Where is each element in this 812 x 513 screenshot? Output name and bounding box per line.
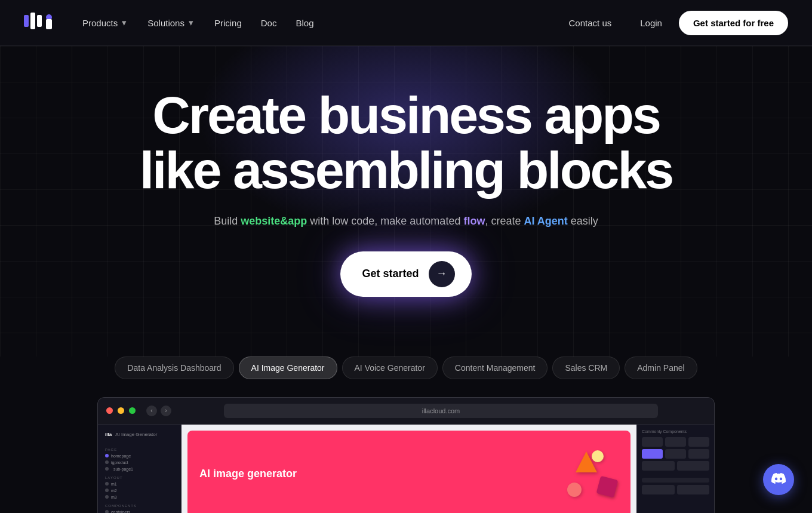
preview-canvas: AI image generator Text to image Image t… — [182, 425, 636, 513]
navbar: Products ▾ Solutions ▾ Pricing Doc Blog … — [0, 0, 812, 46]
panel-block — [642, 461, 675, 471]
svg-rect-1 — [30, 13, 35, 29]
tree-product[interactable]: igproduct — [103, 459, 176, 466]
preview-window: ‹ › illacloud.com illa AI Image Generato… — [97, 397, 715, 513]
canvas-card: AI image generator — [187, 431, 630, 513]
back-icon[interactable]: ‹ — [146, 406, 157, 416]
hero-section: Create business apps like assembling blo… — [0, 46, 812, 357]
preview-section: ‹ › illacloud.com illa AI Image Generato… — [0, 397, 812, 513]
logo-text — [24, 13, 55, 33]
svg-rect-0 — [24, 15, 29, 27]
url-bar[interactable]: illacloud.com — [224, 404, 658, 418]
panel-row-3 — [642, 461, 709, 471]
panel-block — [665, 449, 686, 459]
panel-row-2 — [642, 449, 709, 459]
chevron-down-icon: ▾ — [187, 19, 195, 27]
nav-doc[interactable]: Doc — [253, 13, 285, 33]
preview-body: illa AI Image Generator PAGE homepage ig… — [98, 425, 714, 513]
demo-tabs: Data Analysis Dashboard AI Image Generat… — [0, 357, 812, 397]
tab-data-analysis[interactable]: Data Analysis Dashboard — [115, 357, 233, 379]
preview-sidebar: illa AI Image Generator PAGE homepage ig… — [98, 425, 182, 513]
nav-blog[interactable]: Blog — [287, 13, 322, 33]
tab-ai-image[interactable]: AI Image Generator — [239, 357, 337, 379]
get-started-hero-button[interactable]: Get started → — [340, 251, 471, 297]
tab-sales-crm[interactable]: Sales CRM — [552, 357, 620, 379]
panel-block — [642, 485, 675, 494]
panel-divider — [642, 478, 709, 483]
nav-solutions[interactable]: Solutions ▾ — [139, 13, 204, 33]
get-started-nav-button[interactable]: Get started for free — [679, 11, 788, 35]
panel-block — [688, 437, 709, 447]
nav-left: Products ▾ Solutions ▾ Pricing Doc Blog — [24, 13, 322, 33]
forward-icon[interactable]: › — [161, 406, 171, 416]
tree-homepage[interactable]: homepage — [103, 453, 176, 459]
logo[interactable] — [24, 13, 55, 33]
tab-content-mgmt[interactable]: Content Management — [442, 357, 548, 379]
panel-block — [677, 461, 710, 471]
highlight-website: website&app — [241, 215, 307, 227]
tab-admin-panel[interactable]: Admin Panel — [625, 357, 697, 379]
login-button[interactable]: Login — [628, 13, 674, 33]
traffic-light-red — [106, 407, 113, 414]
discord-button[interactable] — [763, 464, 794, 495]
nav-pricing[interactable]: Pricing — [206, 13, 250, 33]
nav-products[interactable]: Products ▾ — [74, 13, 137, 33]
tab-ai-voice[interactable]: AI Voice Generator — [342, 357, 438, 379]
traffic-light-yellow — [118, 407, 124, 414]
svg-rect-2 — [37, 15, 42, 27]
panel-block — [688, 449, 709, 459]
contact-button[interactable]: Contact us — [557, 13, 624, 33]
cta-wrapper: Get started → — [24, 251, 788, 297]
sidebar-layout-label: LAYOUT — [103, 472, 176, 481]
cta-arrow-icon: → — [429, 261, 455, 287]
sidebar-logo-row: illa AI Image Generator — [103, 429, 176, 440]
tree-subpage[interactable]: sub-page1 — [103, 466, 176, 472]
chevron-down-icon: ▾ — [120, 19, 128, 27]
discord-icon — [771, 472, 786, 487]
panel-row-4 — [642, 485, 709, 494]
sidebar-pages-label: PAGE — [103, 444, 176, 453]
hero-subtitle: Build website&app with low code, make au… — [24, 215, 788, 228]
preview-panel: Commonly Components — [636, 425, 714, 513]
highlight-flow: flow — [463, 215, 485, 227]
panel-block — [642, 437, 663, 447]
tree-containers[interactable]: containers — [103, 509, 176, 513]
svg-rect-4 — [46, 19, 52, 29]
nav-links: Products ▾ Solutions ▾ Pricing Doc Blog — [74, 13, 322, 33]
tree-m2[interactable]: m2 — [103, 487, 176, 494]
sidebar-components-label: COMPONENTS — [103, 500, 176, 509]
panel-row-1 — [642, 437, 709, 447]
canvas-illustration — [565, 447, 619, 500]
panel-block — [677, 485, 710, 494]
hero-title: Create business apps like assembling blo… — [78, 88, 734, 198]
canvas-card-title: AI image generator — [199, 468, 297, 480]
nav-arrows: ‹ › — [146, 406, 171, 416]
preview-titlebar: ‹ › illacloud.com — [98, 398, 714, 425]
nav-right: Contact us Login Get started for free — [557, 11, 788, 35]
panel-block — [665, 437, 686, 447]
tree-m1[interactable]: m1 — [103, 481, 176, 487]
tree-m3[interactable]: m3 — [103, 494, 176, 500]
panel-label: Commonly Components — [642, 429, 709, 434]
traffic-light-green — [129, 407, 136, 414]
highlight-agent: AI Agent — [524, 215, 567, 227]
panel-block-purple — [642, 449, 663, 459]
